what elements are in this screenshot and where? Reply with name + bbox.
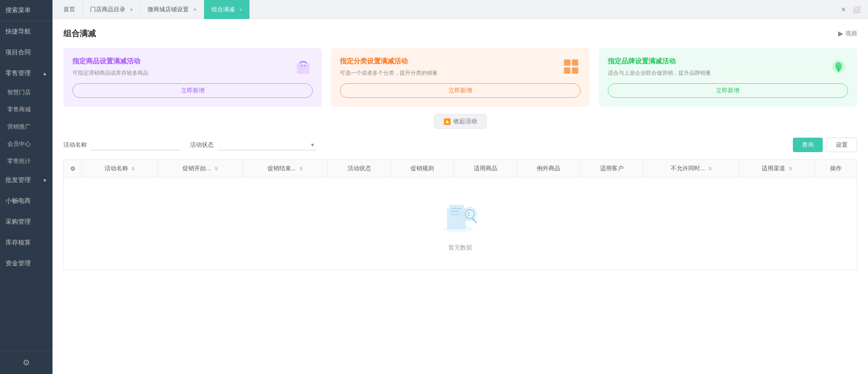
add-brand-discount-button[interactable]: 立即新增 bbox=[608, 83, 848, 98]
video-label: 视频 bbox=[845, 29, 857, 38]
table-header-settings[interactable]: ⚙ bbox=[64, 160, 82, 177]
sidebar-item-label: 资金管理 bbox=[5, 259, 31, 268]
tab-home[interactable]: 首页 bbox=[56, 0, 83, 19]
tab-label: 微商城店铺设置 bbox=[148, 0, 189, 19]
maximize-window-icon[interactable]: ⬜ bbox=[852, 6, 861, 13]
table-header-activity-name[interactable]: 活动名称 ⇅ bbox=[82, 160, 158, 177]
search-menu[interactable]: 搜索菜单 bbox=[0, 0, 52, 21]
leaf-icon bbox=[829, 57, 848, 79]
collapse-activities-button[interactable]: 🔼 收起活动 bbox=[434, 114, 486, 129]
page-header: 组合满减 ▶ 视频 bbox=[63, 28, 857, 39]
play-circle-icon: ▶ bbox=[838, 29, 844, 38]
card-desc: 可指定滞销商品或库存较多商品 bbox=[72, 69, 313, 77]
filter-buttons: 查询 设置 bbox=[793, 138, 857, 152]
sidebar-item-retail-management[interactable]: 零售管理 ▲ bbox=[0, 63, 52, 84]
table-header-operation: 操作 bbox=[815, 160, 857, 177]
sort-icon: ⇅ bbox=[299, 166, 303, 171]
close-icon[interactable]: × bbox=[239, 0, 242, 19]
svg-rect-1 bbox=[298, 64, 309, 73]
svg-line-17 bbox=[473, 219, 477, 223]
table-header-promo-end[interactable]: 促销结束... ⇅ bbox=[243, 160, 328, 177]
sidebar-item-label: 库存核算 bbox=[5, 239, 31, 247]
settings-button[interactable]: 设置 bbox=[826, 138, 857, 152]
search-menu-label: 搜索菜单 bbox=[5, 6, 31, 14]
table-header-applicable-goods: 适用商品 bbox=[454, 160, 517, 177]
close-icon[interactable]: × bbox=[130, 0, 133, 19]
tab-combo-discount[interactable]: 组合满减 × bbox=[204, 0, 250, 19]
activity-status-select-wrapper: 进行中 已结束 未开始 ▼ bbox=[217, 139, 317, 150]
chevron-up-icon: 🔼 bbox=[444, 118, 451, 125]
activity-status-select[interactable]: 进行中 已结束 未开始 bbox=[217, 139, 317, 150]
svg-rect-14 bbox=[451, 214, 461, 215]
activity-name-input[interactable] bbox=[91, 139, 181, 150]
sidebar-item-label: 快捷导航 bbox=[5, 28, 31, 36]
sidebar-item-wholesale-management[interactable]: 批发管理 ▼ bbox=[0, 170, 52, 191]
window-controls: ✕ ⬜ bbox=[839, 6, 864, 13]
close-icon[interactable]: × bbox=[193, 0, 196, 19]
table-header-applicable-channel[interactable]: 适用渠道 ⇅ bbox=[739, 160, 815, 177]
activity-name-label: 活动名称 bbox=[63, 141, 87, 149]
close-window-icon[interactable]: ✕ bbox=[839, 6, 848, 13]
svg-rect-7 bbox=[572, 67, 578, 74]
table-header-promo-start[interactable]: 促销开始... ⇅ bbox=[157, 160, 243, 177]
sidebar-item-label: 项目合同 bbox=[5, 48, 31, 57]
card-desc: 适合与上游企业联合做营销，提升品牌销量 bbox=[608, 69, 848, 77]
sidebar-bottom: ⚙ bbox=[0, 351, 52, 374]
sidebar-item-label: 零售管理 bbox=[5, 69, 31, 77]
svg-rect-12 bbox=[451, 208, 462, 209]
filter-item-activity-status: 活动状态 进行中 已结束 未开始 ▼ bbox=[190, 139, 317, 150]
table-header-not-allow-same-time[interactable]: 不允许同时... ⇅ bbox=[644, 160, 739, 177]
sort-icon: ⇅ bbox=[131, 166, 135, 171]
sidebar-item-retail-stats[interactable]: 零售统计 bbox=[0, 153, 52, 170]
sidebar-item-xiaochang-ecommerce[interactable]: 小畅电商 bbox=[0, 191, 52, 211]
svg-rect-13 bbox=[451, 211, 459, 212]
sidebar-item-smart-store[interactable]: 智慧门店 bbox=[0, 84, 52, 101]
sidebar-item-inventory-calc[interactable]: 库存核算 bbox=[0, 232, 52, 253]
sidebar-item-fund-management[interactable]: 资金管理 bbox=[0, 253, 52, 274]
card-title: 指定分类设置满减活动 bbox=[340, 57, 580, 66]
empty-text: 暂无数据 bbox=[448, 244, 472, 252]
sidebar-item-label: 小畅电商 bbox=[5, 197, 31, 205]
settings-icon[interactable]: ⚙ bbox=[23, 358, 30, 368]
sort-icon: ⇅ bbox=[708, 166, 712, 171]
grid-icon bbox=[562, 57, 581, 79]
chevron-down-icon: ▼ bbox=[43, 178, 47, 183]
add-product-discount-button[interactable]: 立即新增 bbox=[72, 83, 313, 98]
sidebar: 搜索菜单 快捷导航 项目合同 零售管理 ▲ 智慧门店 零售商城 营销推广 会员中… bbox=[0, 0, 52, 374]
sidebar-item-retail-mall[interactable]: 零售商城 bbox=[0, 101, 52, 118]
activity-card-category-discount: 指定分类设置满减活动 可选一个或者多个分类，提升分类的销量 立即新增 bbox=[331, 48, 589, 107]
page-content: 组合满减 ▶ 视频 指定商品设置满减活动 可指定滞销商品或库存较多商品 bbox=[52, 19, 868, 374]
svg-rect-6 bbox=[564, 67, 570, 74]
svg-point-3 bbox=[304, 65, 306, 67]
activity-status-label: 活动状态 bbox=[190, 141, 214, 149]
main-area: 首页 门店商品目录 × 微商城店铺设置 × 组合满减 × ✕ ⬜ 组合满减 ▶ … bbox=[52, 0, 868, 374]
filter-item-activity-name: 活动名称 bbox=[63, 139, 181, 150]
tab-store-catalog[interactable]: 门店商品目录 × bbox=[83, 0, 140, 19]
activity-card-brand-discount: 指定品牌设置满减活动 适合与上游企业联合做营销，提升品牌销量 立即新增 bbox=[599, 48, 857, 107]
card-title: 指定商品设置满减活动 bbox=[72, 57, 313, 66]
sidebar-item-label: 采购管理 bbox=[5, 218, 31, 226]
tab-label: 组合满减 bbox=[211, 0, 235, 19]
tabs-bar: 首页 门店商品目录 × 微商城店铺设置 × 组合满减 × ✕ ⬜ bbox=[52, 0, 868, 19]
sidebar-item-label: 批发管理 bbox=[5, 176, 31, 184]
add-category-discount-button[interactable]: 立即新增 bbox=[340, 83, 580, 98]
empty-state: 暂无数据 bbox=[64, 177, 857, 270]
table-header-activity-status: 活动状态 bbox=[328, 160, 391, 177]
tab-label: 首页 bbox=[63, 0, 75, 19]
activity-card-product-discount: 指定商品设置满减活动 可指定滞销商品或库存较多商品 立即新增 bbox=[63, 48, 322, 107]
sidebar-item-purchase-management[interactable]: 采购管理 bbox=[0, 211, 52, 232]
page-title: 组合满减 bbox=[63, 28, 96, 39]
sort-icon: ⇅ bbox=[215, 166, 218, 171]
query-button[interactable]: 查询 bbox=[793, 138, 823, 152]
sidebar-item-marketing[interactable]: 营销推广 bbox=[0, 118, 52, 135]
sidebar-item-member-center[interactable]: 会员中心 bbox=[0, 135, 52, 153]
tab-mini-store-settings[interactable]: 微商城店铺设置 × bbox=[140, 0, 204, 19]
sidebar-item-quick-nav[interactable]: 快捷导航 bbox=[0, 21, 52, 42]
sidebar-item-project-contract[interactable]: 项目合同 bbox=[0, 42, 52, 63]
svg-rect-5 bbox=[572, 59, 578, 66]
chevron-up-icon: ▲ bbox=[43, 71, 47, 76]
video-button[interactable]: ▶ 视频 bbox=[838, 29, 857, 38]
card-desc: 可选一个或者多个分类，提升分类的销量 bbox=[340, 69, 580, 77]
filter-row: 活动名称 活动状态 进行中 已结束 未开始 ▼ 查询 设置 bbox=[63, 138, 857, 152]
svg-point-18 bbox=[467, 212, 470, 214]
